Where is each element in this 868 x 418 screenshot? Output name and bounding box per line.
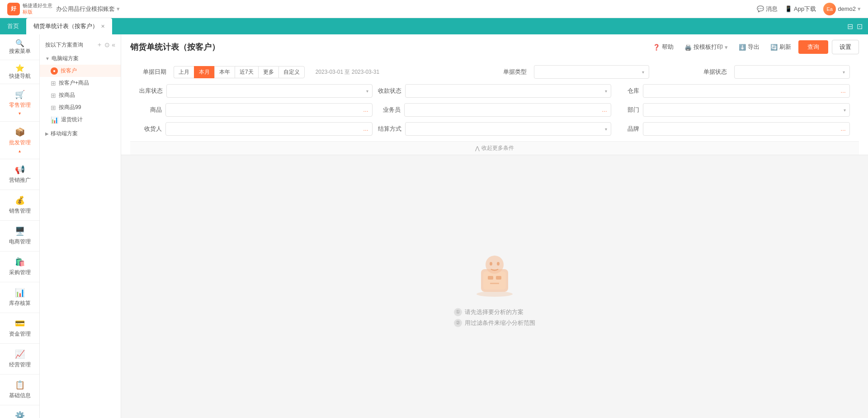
sidebar-item-sales[interactable]: 💰 销售管理: [0, 190, 39, 221]
export-button[interactable]: ⬇️ 导出: [735, 41, 763, 53]
sales-icon: 💰: [15, 195, 25, 205]
sidebar-item-inventory[interactable]: 📊 库存核算: [0, 282, 39, 313]
settings-scheme-button[interactable]: ⊙: [104, 41, 110, 48]
scheme-group-mobile: ▶ 移动端方案: [40, 127, 121, 141]
window-minimize-icon[interactable]: ⊟: [847, 22, 853, 31]
svg-point-5: [497, 262, 500, 266]
scheme-item-by-customer-goods[interactable]: ⊞ 按客户+商品: [40, 77, 121, 89]
tab-bar-actions: ⊟ ⊡: [847, 22, 868, 31]
receipt-status-chevron: ▾: [605, 89, 607, 94]
dept-select[interactable]: ▾: [643, 103, 850, 117]
doc-status-label: 单据状态: [700, 68, 727, 76]
avatar: Ea: [823, 3, 836, 15]
scheme-item-by-customer[interactable]: ● 按客户: [40, 65, 121, 77]
empty-hint-1: ① 请先选择要分析的方案: [454, 308, 535, 316]
salesperson-label: 业务员: [378, 106, 401, 114]
nav-icon: ⭐: [4, 64, 36, 72]
filter-paymethod: 结算方式 ▾: [378, 122, 611, 136]
warehouse-select[interactable]: …: [643, 84, 850, 98]
filter-dept: 部门 ▾: [617, 103, 850, 117]
tab-sales-stat[interactable]: 销货单统计表（按客户） ✕: [26, 18, 112, 34]
receipt-status-label: 收款状态: [378, 87, 401, 95]
brand-select[interactable]: …: [643, 122, 850, 136]
purchase-icon: 🛍️: [15, 257, 25, 267]
hint-num-2: ②: [454, 319, 462, 327]
doc-status-select[interactable]: ▾: [734, 65, 850, 79]
svg-point-4: [490, 262, 492, 266]
sidebar-item-wholesale[interactable]: 📦 批发管理 ▴: [0, 122, 39, 159]
by-customer-icon: ●: [51, 67, 58, 75]
collapse-more-conditions-button[interactable]: ⋀ 收起更多条件: [130, 141, 859, 155]
goods-select[interactable]: …: [165, 103, 373, 117]
scheme-group-desktop-title[interactable]: ▼ 电脑端方案: [40, 52, 121, 65]
wholesale-icon: 📦: [15, 127, 25, 137]
receipt-status-select[interactable]: ▾: [405, 84, 611, 98]
date-btn-7days[interactable]: 近7天: [235, 66, 258, 78]
paymethod-select[interactable]: ▾: [405, 122, 611, 136]
report-area: 销货单统计表（按客户） ❓ 帮助 🖨️ 按模板打印 ▾ ⬇️: [121, 34, 868, 418]
date-btn-custom[interactable]: 自定义: [278, 66, 305, 78]
sidebar-item-marketing[interactable]: 📢 营销推广: [0, 159, 39, 190]
salesperson-select[interactable]: …: [404, 103, 611, 117]
hint-num-1: ①: [454, 308, 462, 316]
scheme-group-desktop: ▼ 电脑端方案 ● 按客户 ⊞ 按客户+商品 ⊞ 按商品 ⊞ 按商品99: [40, 52, 121, 127]
date-btn-thisyear[interactable]: 本年: [214, 66, 235, 78]
receiver-input[interactable]: …: [165, 122, 373, 136]
industry-selector[interactable]: 办公用品行业模拟账套 ▾: [56, 5, 120, 13]
sidebar-item-ecommerce[interactable]: 🖥️ 电商管理: [0, 221, 39, 252]
sidebar-item-basic[interactable]: 📋 基础信息: [0, 375, 39, 405]
help-button[interactable]: ❓ 帮助: [649, 41, 677, 53]
date-btn-lastmonth[interactable]: 上月: [174, 66, 194, 78]
doc-type-select[interactable]: ▾: [534, 65, 650, 79]
sidebar-item-operation[interactable]: 📈 经营管理: [0, 344, 39, 375]
user-action[interactable]: Ea demo2 ▾: [823, 3, 861, 15]
tab-close-button[interactable]: ✕: [101, 24, 105, 29]
query-button[interactable]: 查询: [798, 40, 828, 54]
scheme-item-by-goods-99[interactable]: ⊞ 按商品99: [40, 101, 121, 114]
out-status-select[interactable]: ▾: [166, 84, 373, 98]
goods-label: 商品: [139, 106, 162, 114]
scheme-panel-header-actions: ＋ ⊙ «: [96, 41, 115, 49]
settings-button[interactable]: 设置: [832, 40, 859, 54]
message-icon: 💬: [757, 5, 764, 12]
app-download-action[interactable]: 📱 App下载: [785, 5, 816, 13]
scheme-item-return-stat[interactable]: 📊 退货统计: [40, 114, 121, 126]
collapse-scheme-button[interactable]: «: [112, 41, 115, 48]
sidebar-item-retail[interactable]: 🛒 零售管理 ▾: [0, 84, 39, 122]
refresh-button[interactable]: 🔄 刷新: [767, 41, 795, 53]
window-maximize-icon[interactable]: ⊡: [857, 22, 863, 31]
date-btn-thismonth[interactable]: 本月: [194, 66, 214, 78]
main-layout: 🔍 搜索菜单 ⭐ 快捷导航 🛒 零售管理 ▾ 📦 批发管理 ▴ 📢 营销推广 💰…: [0, 34, 868, 418]
sidebar-item-finance[interactable]: 💳 资金管理: [0, 313, 39, 344]
add-scheme-button[interactable]: ＋: [96, 41, 103, 49]
scheme-panel: 按以下方案查询 ＋ ⊙ « ▼ 电脑端方案 ● 按客户 ⊞ 按客户: [40, 34, 121, 418]
template-print-button[interactable]: 🖨️ 按模板打印 ▾: [681, 41, 731, 53]
sidebar-nav-shortcut[interactable]: ⭐ 快捷导航: [0, 60, 39, 84]
grid-icon-1: ⊞: [51, 80, 56, 87]
print-icon: 🖨️: [684, 44, 692, 51]
report-header: 销货单统计表（按客户） ❓ 帮助 🖨️ 按模板打印 ▾ ⬇️: [121, 34, 868, 155]
out-status-label: 出库状态: [139, 87, 163, 95]
sidebar-item-purchase[interactable]: 🛍️ 采购管理: [0, 252, 39, 282]
export-icon: ⬇️: [739, 44, 746, 51]
date-btn-more[interactable]: 更多: [258, 66, 278, 78]
page-title: 销货单统计表（按客户）: [130, 42, 220, 52]
operation-icon: 📈: [15, 349, 25, 359]
paymethod-chevron: ▾: [605, 127, 607, 132]
sidebar-item-system[interactable]: ⚙️ 系统管理: [0, 405, 39, 418]
tab-home[interactable]: 首页: [0, 18, 26, 34]
svg-rect-2: [483, 271, 506, 290]
scheme-group-mobile-title[interactable]: ▶ 移动端方案: [40, 128, 121, 140]
logo-area: 好 畅捷通好生意 标版: [7, 3, 52, 15]
system-icon: ⚙️: [15, 411, 25, 418]
date-label: 单据日期: [139, 68, 166, 76]
filter-area: 单据日期 上月 本月 本年 近7天 更多 自定义 2023-03-01 至 20…: [130, 60, 859, 141]
svg-rect-8: [490, 283, 499, 284]
empty-state: ① 请先选择要分析的方案 ② 用过滤条件来缩小分析范围: [121, 155, 868, 418]
message-action[interactable]: 💬 消息: [757, 5, 778, 13]
scheme-item-by-goods[interactable]: ⊞ 按商品: [40, 89, 121, 101]
sidebar-search[interactable]: 🔍 搜索菜单: [0, 34, 39, 60]
print-dropdown-icon: ▾: [725, 44, 728, 51]
filter-receipt-status: 收款状态 ▾: [378, 84, 611, 98]
dept-chevron: ▾: [844, 108, 846, 113]
